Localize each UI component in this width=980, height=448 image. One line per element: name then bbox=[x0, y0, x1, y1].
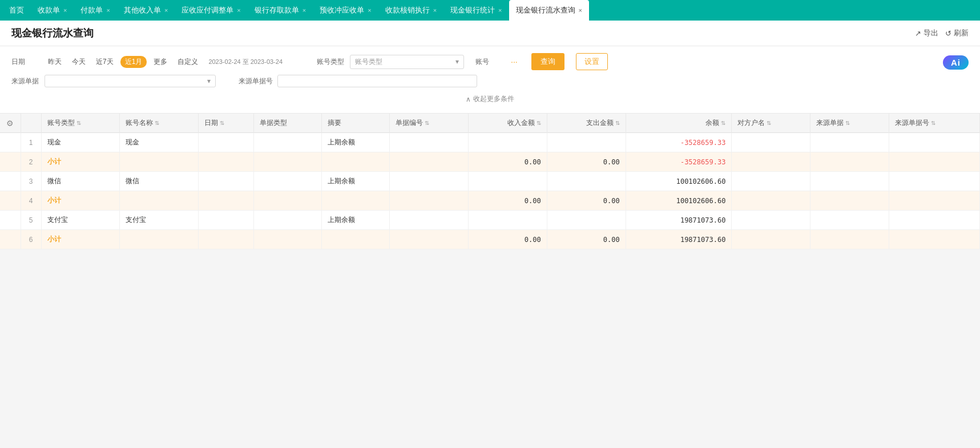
refresh-icon: ↺ bbox=[945, 29, 951, 38]
date-option[interactable]: 昨天 bbox=[45, 56, 65, 68]
close-tab-icon[interactable]: × bbox=[106, 7, 110, 14]
balance-col-header[interactable]: 余额⇅ bbox=[626, 114, 732, 133]
summary-cell: 上期余额 bbox=[321, 133, 389, 152]
account-type-placeholder: 账号类型 bbox=[355, 57, 382, 67]
close-tab-icon[interactable]: × bbox=[368, 7, 371, 14]
account-type-col-header[interactable]: 账号类型⇅ bbox=[41, 114, 120, 133]
page-header: 现金银行流水查询 ↗ 导出 ↺ 刷新 bbox=[0, 21, 980, 46]
account-name-cell: 现金 bbox=[120, 133, 199, 152]
sort-icon: ⇅ bbox=[931, 120, 935, 126]
row-settings-cell bbox=[0, 211, 21, 230]
doc-num-cell bbox=[389, 152, 468, 172]
account-type-cell: 小计 bbox=[41, 191, 120, 211]
settings-button[interactable]: 设置 bbox=[576, 53, 608, 70]
settings-col-header[interactable]: ⚙ bbox=[0, 114, 21, 133]
source-doc-cell bbox=[810, 230, 889, 249]
date-option[interactable]: 今天 bbox=[68, 56, 89, 68]
date-option[interactable]: 自定义 bbox=[174, 56, 201, 68]
account-type-cell: 小计 bbox=[41, 230, 120, 249]
date-option[interactable]: 更多 bbox=[150, 56, 171, 68]
close-tab-icon[interactable]: × bbox=[237, 7, 240, 14]
expense-col-header[interactable]: 支出金额⇅ bbox=[547, 114, 626, 133]
doc-num-cell bbox=[389, 191, 468, 211]
query-button[interactable]: 查询 bbox=[531, 53, 564, 70]
nav-tab[interactable]: 应收应付调整单× bbox=[175, 0, 247, 21]
account-type-label: 账号类型 bbox=[317, 57, 345, 67]
account-type-cell: 支付宝 bbox=[41, 211, 120, 230]
balance-cell: -3528659.33 bbox=[626, 133, 732, 152]
income-col-header[interactable]: 收入金额⇅ bbox=[468, 114, 547, 133]
row-settings-cell bbox=[0, 230, 21, 249]
filter-area: 日期 昨天今天近7天近1月更多自定义 2023-02-24 至 2023-03-… bbox=[0, 46, 980, 114]
close-tab-icon[interactable]: × bbox=[63, 7, 67, 14]
export-button[interactable]: ↗ 导出 bbox=[915, 28, 938, 38]
doc-type-cell bbox=[253, 152, 321, 172]
close-tab-icon[interactable]: × bbox=[164, 7, 168, 14]
sort-icon: ⇅ bbox=[615, 120, 620, 126]
ai-badge[interactable]: Ai bbox=[943, 55, 969, 70]
table-header-row: ⚙ 账号类型⇅ 账号名称⇅ 日期⇅ 单据类型 摘要 单据编号⇅ 收入金 bbox=[0, 114, 980, 133]
nav-tab[interactable]: 预收冲应收单× bbox=[313, 0, 378, 21]
doc-type-cell bbox=[253, 172, 321, 191]
nav-tab[interactable]: 收款核销执行× bbox=[378, 0, 443, 21]
counterpart-cell bbox=[732, 191, 810, 211]
source-doc-num-cell bbox=[889, 230, 980, 249]
account-type-select[interactable]: 账号类型 ▾ bbox=[350, 55, 464, 69]
source-doc-select[interactable]: ▾ bbox=[45, 75, 216, 87]
nav-tab[interactable]: 付款单× bbox=[74, 0, 116, 21]
income-cell: 0.00 bbox=[468, 191, 547, 211]
refresh-button[interactable]: ↺ 刷新 bbox=[945, 28, 969, 38]
date-option[interactable]: 近1月 bbox=[120, 56, 147, 68]
source-doc-num-col-header[interactable]: 来源单据号⇅ bbox=[889, 114, 980, 133]
source-doc-cell bbox=[810, 191, 889, 211]
balance-cell: 19871073.60 bbox=[626, 230, 732, 249]
source-doc-cell bbox=[810, 133, 889, 152]
date-cell bbox=[199, 191, 254, 211]
nav-tab[interactable]: 其他收入单× bbox=[117, 0, 175, 21]
sort-icon: ⇅ bbox=[845, 120, 850, 126]
row-settings-cell bbox=[0, 191, 21, 211]
nav-home[interactable]: 首页 bbox=[2, 5, 31, 15]
header-actions: ↗ 导出 ↺ 刷新 bbox=[915, 28, 969, 38]
source-doc-col-header[interactable]: 来源单据⇅ bbox=[810, 114, 889, 133]
filter-row-2: 来源单据 ▾ 来源单据号 bbox=[11, 75, 969, 87]
close-tab-icon[interactable]: × bbox=[498, 7, 502, 14]
doc-num-cell bbox=[389, 172, 468, 191]
doc-type-cell bbox=[253, 191, 321, 211]
account-name-col-header[interactable]: 账号名称⇅ bbox=[120, 114, 199, 133]
page-title: 现金银行流水查询 bbox=[11, 26, 94, 40]
account-ellipsis-button[interactable]: ··· bbox=[509, 57, 520, 66]
nav-tab[interactable]: 现金银行统计× bbox=[443, 0, 509, 21]
doc-num-cell bbox=[389, 211, 468, 230]
close-tab-icon[interactable]: × bbox=[303, 7, 306, 14]
account-label: 账号 bbox=[475, 57, 504, 67]
source-doc-num-input[interactable] bbox=[277, 75, 477, 87]
close-tab-icon[interactable]: × bbox=[433, 7, 437, 14]
counterpart-cell bbox=[732, 211, 810, 230]
table-row: 5支付宝支付宝上期余额19871073.60 bbox=[0, 211, 980, 230]
close-tab-icon[interactable]: × bbox=[579, 7, 582, 14]
table-row: 4小计0.000.00100102606.60 bbox=[0, 191, 980, 211]
balance-cell: 100102606.60 bbox=[626, 191, 732, 211]
row-number: 6 bbox=[21, 230, 41, 249]
date-col-header[interactable]: 日期⇅ bbox=[199, 114, 254, 133]
rownum-col-header bbox=[21, 114, 41, 133]
income-cell bbox=[468, 211, 547, 230]
nav-tab[interactable]: 收款单× bbox=[31, 0, 74, 21]
row-settings-cell bbox=[0, 172, 21, 191]
collapse-button[interactable]: ∧ 收起更多条件 bbox=[11, 92, 969, 106]
nav-tab[interactable]: 银行存取款单× bbox=[248, 0, 313, 21]
source-doc-num-label: 来源单据号 bbox=[239, 76, 273, 86]
counterpart-col-header[interactable]: 对方户名⇅ bbox=[732, 114, 810, 133]
source-doc-num-filter: 来源单据号 bbox=[239, 75, 477, 87]
summary-col-header: 摘要 bbox=[321, 114, 389, 133]
summary-cell bbox=[321, 152, 389, 172]
account-name-cell bbox=[120, 152, 199, 172]
income-cell: 0.00 bbox=[468, 230, 547, 249]
account-name-cell bbox=[120, 191, 199, 211]
income-cell bbox=[468, 133, 547, 152]
source-doc-num-cell bbox=[889, 172, 980, 191]
doc-num-col-header[interactable]: 单据编号⇅ bbox=[389, 114, 468, 133]
date-option[interactable]: 近7天 bbox=[92, 56, 117, 68]
nav-tab[interactable]: 现金银行流水查询× bbox=[509, 0, 589, 21]
